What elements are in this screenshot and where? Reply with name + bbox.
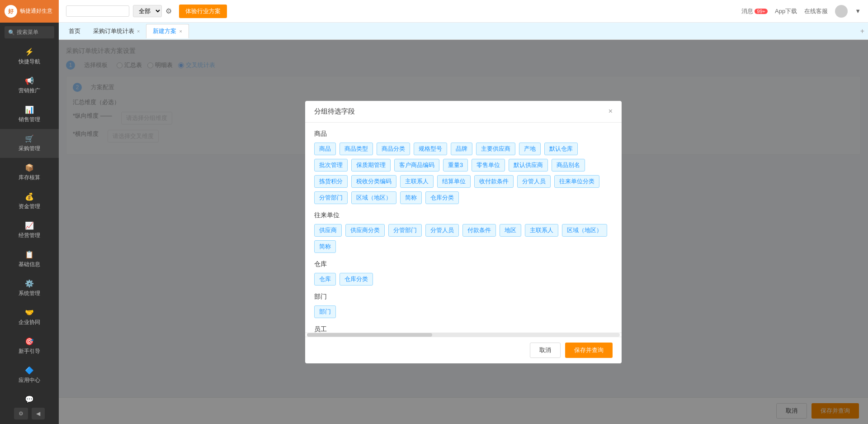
field-tag-supplier-category[interactable]: 供应商分类 bbox=[345, 224, 385, 237]
field-tag-dept[interactable]: 分管部门 bbox=[314, 191, 348, 204]
section-warehouse-title: 仓库 bbox=[314, 260, 613, 268]
sidebar-search-area: 🔍 搜索菜单 bbox=[0, 23, 59, 42]
header: 全部 ⚙ 体验行业方案 消息 99+ App下载 在线客服 ▼ bbox=[59, 0, 868, 23]
field-tag-short-name[interactable]: 简称 bbox=[400, 191, 422, 204]
sidebar-item-app-center[interactable]: 🔷 应用中心 bbox=[0, 361, 59, 390]
header-dropdown[interactable]: 全部 bbox=[133, 5, 162, 17]
field-tag-department[interactable]: 部门 bbox=[314, 305, 336, 318]
field-tag-payment-cond[interactable]: 付款条件 bbox=[462, 224, 496, 237]
field-tag-spec[interactable]: 规格型号 bbox=[414, 143, 447, 155]
header-search-input[interactable] bbox=[66, 5, 129, 17]
user-avatar[interactable] bbox=[835, 5, 848, 18]
sidebar-item-inventory[interactable]: 📦 库存核算 bbox=[0, 158, 59, 187]
tab-new-scheme-close-icon[interactable]: × bbox=[179, 29, 182, 34]
sidebar-item-quick-nav[interactable]: ⚡ 快捷导航 bbox=[0, 42, 59, 71]
search-menu-button[interactable]: 🔍 搜索菜单 bbox=[5, 26, 54, 38]
sidebar-item-label: 经营管理 bbox=[19, 232, 40, 239]
modal-save-button[interactable]: 保存并查询 bbox=[565, 343, 613, 358]
modal-horizontal-scrollbar[interactable] bbox=[305, 333, 622, 337]
app-download-label[interactable]: App下载 bbox=[775, 7, 797, 15]
field-tag-brand[interactable]: 品牌 bbox=[451, 143, 472, 155]
field-tag-batch[interactable]: 批次管理 bbox=[314, 159, 348, 172]
online-service-label[interactable]: 在线客服 bbox=[804, 7, 828, 15]
field-tag-product-category[interactable]: 商品分类 bbox=[377, 143, 410, 155]
field-tag-warehouse-cat[interactable]: 仓库分类 bbox=[340, 273, 373, 286]
field-tag-payment-terms[interactable]: 收付款条件 bbox=[474, 175, 514, 188]
sidebar-item-marketing[interactable]: 📢 营销推广 bbox=[0, 71, 59, 100]
section-warehouse-fields: 仓库 仓库分类 bbox=[314, 273, 613, 286]
search-label: 搜索菜单 bbox=[17, 29, 38, 36]
sidebar-item-label: 库存核算 bbox=[19, 174, 40, 181]
section-partner-title: 往来单位 bbox=[314, 211, 613, 219]
modal-close-button[interactable]: × bbox=[609, 107, 613, 115]
field-tag-origin[interactable]: 产地 bbox=[519, 143, 541, 155]
sidebar-item-label: 应用中心 bbox=[19, 376, 40, 384]
field-tag-tax-code[interactable]: 税收分类编码 bbox=[351, 175, 396, 188]
field-tag-main-supplier[interactable]: 主要供应商 bbox=[476, 143, 515, 155]
field-tag-area[interactable]: 地区 bbox=[500, 224, 521, 237]
settings-bottom-button[interactable]: ⚙ bbox=[14, 408, 28, 419]
collapse-button[interactable]: ◀ bbox=[32, 408, 45, 419]
field-tag-product-alias[interactable]: 商品别名 bbox=[552, 159, 585, 172]
header-input-wrap: 全部 ⚙ bbox=[66, 5, 172, 17]
sidebar-menu: ⚡ 快捷导航 📢 营销推广 📊 销售管理 🛒 采购管理 📦 库存核算 💰 bbox=[0, 42, 59, 403]
modal-body[interactable]: 商品 商品 商品类型 商品分类 规格型号 品牌 主要供应商 产地 默认仓库 批次… bbox=[305, 123, 622, 333]
sidebar-item-label: 采购管理 bbox=[19, 145, 40, 152]
field-tag-manager2[interactable]: 分管人员 bbox=[425, 224, 459, 237]
field-tag-product[interactable]: 商品 bbox=[314, 143, 336, 155]
finance-icon: 💰 bbox=[25, 192, 34, 201]
message-badge: 99+ bbox=[755, 9, 768, 14]
field-tag-main-contact[interactable]: 主联系人 bbox=[400, 175, 434, 188]
sidebar-item-finance[interactable]: 💰 资金管理 bbox=[0, 187, 59, 216]
basic-icon: 📋 bbox=[25, 250, 34, 259]
gear-icon[interactable]: ⚙ bbox=[165, 7, 172, 15]
experience-plan-button[interactable]: 体验行业方案 bbox=[179, 5, 227, 18]
sidebar-item-purchase[interactable]: 🛒 采购管理 bbox=[0, 129, 59, 158]
sidebar-item-guide[interactable]: 🎯 新手引导 bbox=[0, 332, 59, 361]
section-product: 商品 商品 商品类型 商品分类 规格型号 品牌 主要供应商 产地 默认仓库 批次… bbox=[314, 130, 613, 204]
hscroll-thumb[interactable] bbox=[307, 333, 432, 337]
tab-purchase-stats[interactable]: 采购订单统计表 × bbox=[87, 24, 146, 38]
tab-purchase-close-icon[interactable]: × bbox=[137, 29, 140, 34]
sidebar-item-operation[interactable]: 📈 经营管理 bbox=[0, 216, 59, 245]
tab-home[interactable]: 首页 bbox=[62, 24, 87, 38]
field-tag-picking-score[interactable]: 拣货积分 bbox=[314, 175, 348, 188]
field-tag-settlement-unit[interactable]: 结算单位 bbox=[437, 175, 471, 188]
field-tag-region2[interactable]: 区域（地区） bbox=[562, 224, 607, 237]
field-tag-warehouse[interactable]: 仓库 bbox=[314, 273, 336, 286]
field-tag-product-type[interactable]: 商品类型 bbox=[340, 143, 373, 155]
field-tag-default-warehouse[interactable]: 默认仓库 bbox=[544, 143, 578, 155]
field-tag-quality[interactable]: 保质期管理 bbox=[351, 159, 391, 172]
field-tag-warehouse-category[interactable]: 仓库分类 bbox=[425, 191, 459, 204]
modal-cancel-button[interactable]: 取消 bbox=[530, 343, 561, 358]
field-tag-weight[interactable]: 重量3 bbox=[443, 159, 468, 172]
page-content: 采购订单统计表方案设置 1 选择模板 汇总表 明细表 交叉统计表 bbox=[59, 40, 868, 424]
field-tag-manager[interactable]: 分管人员 bbox=[517, 175, 551, 188]
sidebar-item-basic[interactable]: 📋 基础信息 bbox=[0, 245, 59, 274]
field-tag-dept2[interactable]: 分管部门 bbox=[388, 224, 422, 237]
field-tag-retail-unit[interactable]: 零售单位 bbox=[472, 159, 505, 172]
hscroll-track bbox=[307, 333, 620, 337]
field-tag-default-supplier[interactable]: 默认供应商 bbox=[509, 159, 548, 172]
sidebar-bottom: ⚙ ◀ bbox=[0, 403, 59, 424]
sidebar-item-label: 销售管理 bbox=[19, 116, 40, 124]
tabs-more-icon[interactable]: + bbox=[860, 27, 864, 35]
field-tag-partner-category[interactable]: 往来单位分类 bbox=[554, 175, 599, 188]
user-menu-icon[interactable]: ▼ bbox=[855, 8, 861, 14]
section-partner: 往来单位 供应商 供应商分类 分管部门 分管人员 付款条件 地区 主联系人 区域… bbox=[314, 211, 613, 253]
field-tag-supplier[interactable]: 供应商 bbox=[314, 224, 342, 237]
field-tag-customer-code[interactable]: 客户商品编码 bbox=[394, 159, 439, 172]
main-area: 全部 ⚙ 体验行业方案 消息 99+ App下载 在线客服 ▼ 首页 采购订单统… bbox=[59, 0, 868, 424]
sidebar-item-system[interactable]: ⚙️ 系统管理 bbox=[0, 274, 59, 303]
sidebar-item-sales[interactable]: 📊 销售管理 bbox=[0, 100, 59, 129]
sidebar-item-collab[interactable]: 🤝 企业协同 bbox=[0, 303, 59, 332]
message-label[interactable]: 消息 99+ bbox=[741, 7, 768, 15]
sidebar-item-label: 营销推广 bbox=[19, 87, 40, 95]
section-product-title: 商品 bbox=[314, 130, 613, 138]
modal-header: 分组待选字段 × bbox=[305, 101, 622, 123]
tab-new-scheme[interactable]: 新建方案 × bbox=[146, 24, 189, 38]
field-tag-main-contact2[interactable]: 主联系人 bbox=[525, 224, 558, 237]
sidebar-item-wechat[interactable]: 💬 企业微信 bbox=[0, 390, 59, 403]
field-tag-region[interactable]: 区域（地区） bbox=[351, 191, 396, 204]
field-tag-short-name2[interactable]: 简称 bbox=[314, 240, 336, 253]
